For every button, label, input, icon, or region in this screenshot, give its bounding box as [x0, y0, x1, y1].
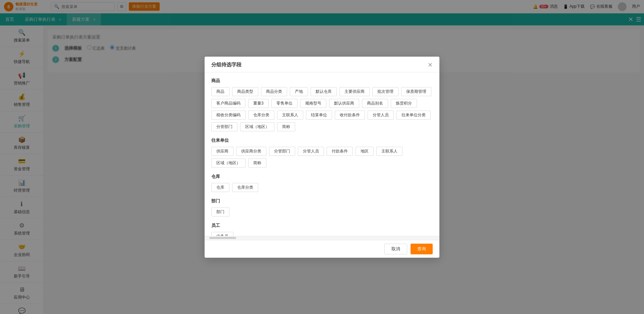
field-tag[interactable]: 分管人员	[368, 111, 394, 120]
section-employee-title: 员工	[211, 223, 433, 229]
field-select-modal: 分组待选字段 ✕ 商品 商品商品类型商品分类产地默认仓库主要供应商批次管理保质期…	[205, 57, 439, 258]
field-tag[interactable]: 区域（地区）	[211, 159, 246, 168]
modal-overlay: 分组待选字段 ✕ 商品 商品商品类型商品分类产地默认仓库主要供应商批次管理保质期…	[0, 0, 644, 314]
field-tag[interactable]: 保质期管理	[401, 87, 431, 96]
field-tag[interactable]: 部门	[211, 207, 229, 216]
warehouse-fields: 仓库仓库分类	[211, 183, 433, 192]
field-tag[interactable]: 重量3	[248, 99, 269, 108]
field-tag[interactable]: 仓库分类	[232, 183, 258, 192]
modal-footer: 取消 查询	[205, 240, 439, 258]
field-tag[interactable]: 仓库	[211, 183, 229, 192]
field-tag[interactable]: 供应商	[211, 147, 233, 156]
section-warehouse-title: 仓库	[211, 174, 433, 180]
field-tag[interactable]: 批次管理	[372, 87, 398, 96]
modal-body: 商品 商品商品类型商品分类产地默认仓库主要供应商批次管理保质期管理客户商品编码重…	[205, 72, 439, 236]
section-product: 商品 商品商品类型商品分类产地默认仓库主要供应商批次管理保质期管理客户商品编码重…	[211, 78, 433, 131]
field-tag[interactable]: 零售单位	[271, 99, 298, 108]
field-tag[interactable]: 主联系人	[277, 111, 303, 120]
hscroll-thumb	[209, 237, 236, 239]
field-tag[interactable]: 商品别名	[362, 99, 388, 108]
field-tag[interactable]: 往来单位分类	[396, 111, 431, 120]
department-fields: 部门	[211, 207, 433, 216]
modal-header: 分组待选字段 ✕	[205, 57, 439, 72]
field-tag[interactable]: 产地	[290, 87, 308, 96]
field-tag[interactable]: 默认仓库	[311, 87, 337, 96]
field-tag[interactable]: 分管部门	[211, 122, 237, 131]
cancel-button[interactable]: 取消	[384, 244, 407, 254]
partner-fields: 供应商供应商分类分管部门分管人员付款条件地区主联系人区域（地区）简称	[211, 147, 433, 168]
field-tag[interactable]: 炼货积分	[391, 99, 417, 108]
field-tag[interactable]: 商品类型	[232, 87, 258, 96]
field-tag[interactable]: 商品	[211, 87, 229, 96]
product-fields: 商品商品类型商品分类产地默认仓库主要供应商批次管理保质期管理客户商品编码重量3零…	[211, 87, 433, 131]
field-tag[interactable]: 地区	[356, 147, 374, 156]
field-tag[interactable]: 分管人员	[298, 147, 324, 156]
field-tag[interactable]: 商品分类	[261, 87, 287, 96]
section-partner: 往来单位 供应商供应商分类分管部门分管人员付款条件地区主联系人区域（地区）简称	[211, 137, 433, 168]
field-tag[interactable]: 规格型号	[300, 99, 326, 108]
field-tag[interactable]: 仓库分类	[248, 111, 274, 120]
field-tag[interactable]: 主要供应商	[339, 87, 370, 96]
field-tag[interactable]: 区域（地区）	[240, 122, 274, 131]
employee-fields: 业务员	[211, 232, 433, 236]
section-department-title: 部门	[211, 198, 433, 204]
field-tag[interactable]: 主联系人	[376, 147, 402, 156]
modal-close-button[interactable]: ✕	[428, 61, 433, 69]
field-tag[interactable]: 业务员	[211, 232, 233, 236]
field-tag[interactable]: 税收分类编码	[211, 111, 246, 120]
field-tag[interactable]: 分管部门	[269, 147, 295, 156]
confirm-button[interactable]: 查询	[411, 244, 433, 254]
field-tag[interactable]: 供应商分类	[236, 147, 266, 156]
field-tag[interactable]: 默认供应商	[329, 99, 359, 108]
field-tag[interactable]: 收付款条件	[335, 111, 365, 120]
modal-title: 分组待选字段	[211, 62, 241, 68]
section-partner-title: 往来单位	[211, 137, 433, 143]
field-tag[interactable]: 客户商品编码	[211, 99, 246, 108]
section-warehouse: 仓库 仓库仓库分类	[211, 174, 433, 192]
section-department: 部门 部门	[211, 198, 433, 216]
field-tag[interactable]: 简称	[277, 122, 295, 131]
modal-hscroll[interactable]	[205, 236, 439, 240]
section-employee: 员工 业务员	[211, 223, 433, 236]
field-tag[interactable]: 简称	[248, 159, 266, 168]
field-tag[interactable]: 结算单位	[306, 111, 332, 120]
field-tag[interactable]: 付款条件	[327, 147, 353, 156]
section-product-title: 商品	[211, 78, 433, 84]
